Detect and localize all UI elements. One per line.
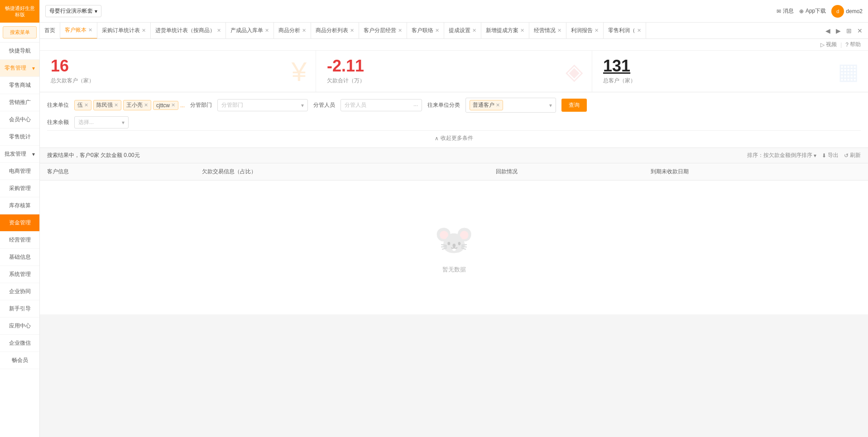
tab-retail-profit[interactable]: 零售利润（ ✕ [604,23,646,39]
company-selector[interactable]: 母婴行业演示帐套 ▾ [45,5,101,17]
tabs-expand-btn[interactable]: ⊞ [844,26,854,35]
tab-profit-report[interactable]: 利润报告 ✕ [566,23,604,39]
filter-tag-cjttcw-close[interactable]: ✕ [171,102,175,108]
header-right: ✉ 消息 ⊕ App下载 d demo2 [777,5,863,18]
sidebar-item-enterprise-wechat[interactable]: 企业微信 [0,335,39,352]
filter-tag-wangxiaoliang: 王小亮 ✕ [123,100,151,110]
results-actions: 排序：按欠款金额倒序排序 ▾ ⬇ 导出 ↺ 刷新 [747,152,861,159]
app-download-btn[interactable]: ⊕ App下载 [799,7,826,15]
tab-purchase-order-close[interactable]: ✕ [142,28,146,33]
tabs-prev-btn[interactable]: ◀ [824,26,832,35]
tab-business-status[interactable]: 经营情况 ✕ [529,23,566,39]
tab-purchase-order[interactable]: 采购订单统计表 ✕ [97,23,151,39]
sidebar-item-ops-mgmt[interactable]: 经营管理 [0,232,39,249]
tab-product-analysis-close[interactable]: ✕ [302,28,306,33]
filter-tag-wu-close[interactable]: ✕ [84,102,88,108]
messages-btn[interactable]: ✉ 消息 [777,7,794,15]
refresh-btn[interactable]: ↺ 刷新 [844,152,861,159]
collapse-arrow-icon: ∧ [435,135,439,142]
results-header: 搜索结果中，客户0家 欠款金额 0.00元 排序：按欠款金额倒序排序 ▾ ⬇ 导… [40,148,868,163]
tab-home[interactable]: 首页 [40,23,60,39]
tab-product-analysis[interactable]: 商品分析 ✕ [274,23,311,39]
sidebar-item-app-center[interactable]: 应用中心 [0,318,39,335]
user-menu[interactable]: d demo2 [831,5,863,18]
sidebar-item-marketing[interactable]: 营销推广 [0,94,39,111]
sort-selector[interactable]: 排序：按欠款金额倒序排序 ▾ [747,152,816,159]
tab-new-promotion-close[interactable]: ✕ [520,28,524,33]
col-repay-status: 回款情况 [489,163,643,180]
download-icon: ⊕ [799,8,804,14]
tab-business-status-close[interactable]: ✕ [557,28,561,33]
tab-promotion-settings[interactable]: 提成设置 ✕ [444,23,481,39]
refresh-icon: ↺ [844,152,849,159]
filter-tag-chenminqiang-close[interactable]: ✕ [114,102,118,108]
stat-total-customers-number: 131 [603,58,630,74]
tab-retail-profit-close[interactable]: ✕ [637,28,641,33]
filter-tag-more[interactable]: ... [180,102,185,109]
filter-tag-ordinary-customer-close[interactable]: ✕ [496,102,500,108]
sidebar-item-wholesale-mgmt[interactable]: 批发管理 ▾ [0,146,39,163]
sidebar-item-enterprise-collab[interactable]: 企业协同 [0,283,39,300]
branch-person-more-icon: ··· [413,102,418,109]
stat-total-customers-label: 总客户（家） [603,77,636,85]
tabs-close-all-btn[interactable]: ✕ [855,26,864,35]
remainder-placeholder: 选择... [78,119,94,126]
branch-dept-select[interactable]: 分管部门 ▾ [217,99,308,111]
filter-area: 往来单位 伍 ✕ 陈民强 ✕ 王小亮 ✕ cjttcw [40,92,868,148]
col-customer-info: 客户信息 [40,163,195,180]
search-menu-button[interactable]: 搜索菜单 [3,26,37,38]
sidebar-item-ecommerce-mgmt[interactable]: 电商管理 [0,163,39,180]
stat-total-customers-icon: ▦ [838,58,859,85]
filter-tag-chenminqiang: 陈民强 ✕ [93,100,121,110]
tabs-bar: 首页 客户账本 ✕ 采购订单统计表 ✕ 进货单统计表（按商品） ✕ 产成品入库单… [40,23,868,39]
filter-tag-wu: 伍 ✕ [74,100,91,110]
video-icon: ▷ [820,42,825,48]
company-name: 母婴行业演示帐套 [49,7,93,15]
tab-customer-balance[interactable]: 客户账本 ✕ [60,23,97,39]
video-help-btn[interactable]: ▷ 视频 [820,41,837,48]
tab-inbound-stats-close[interactable]: ✕ [217,28,221,33]
tab-product-analysis-list[interactable]: 商品分析列表 ✕ [311,23,359,39]
tab-inbound-stats[interactable]: 进货单统计表（按商品） ✕ [151,23,226,39]
tab-promotion-settings-close[interactable]: ✕ [472,28,476,33]
tab-product-inbound[interactable]: 产成品入库单 ✕ [226,23,274,39]
query-button[interactable]: 查询 [561,99,587,112]
sidebar-item-inventory[interactable]: 库存核算 [0,197,39,214]
header-left: 母婴行业演示帐套 ▾ [45,5,101,17]
tab-customer-balance-close[interactable]: ✕ [88,27,92,33]
tab-customer-contact[interactable]: 客户联络 ✕ [407,23,444,39]
help-btn[interactable]: ? 帮助 [845,41,861,48]
sidebar-search-section: 搜索菜单 [0,23,39,43]
filter-row-1: 往来单位 伍 ✕ 陈民强 ✕ 王小亮 ✕ cjttcw [47,98,861,113]
partner-category-select[interactable]: 普通客户 ✕ ▾ [465,98,556,113]
filter-tag-ordinary-customer: 普通客户 ✕ [470,100,503,110]
tab-profit-report-close[interactable]: ✕ [595,28,599,33]
sidebar-item-purchase-mgmt[interactable]: 采购管理 [0,180,39,197]
tab-new-promotion[interactable]: 新增提成方案 ✕ [481,23,529,39]
sidebar-item-quick-nav[interactable]: 快捷导航 [0,43,39,60]
tab-customer-contact-close[interactable]: ✕ [435,28,439,33]
empty-state-label: 暂无数据 [442,266,466,274]
sidebar-item-member-center[interactable]: 会员中心 [0,111,39,128]
remainder-select[interactable]: 选择... ▾ [74,116,129,128]
branch-person-input[interactable]: 分管人员 ··· [340,99,422,111]
sidebar-item-basic-info[interactable]: 基础信息 [0,249,39,266]
tab-customer-tier-close[interactable]: ✕ [398,28,402,33]
export-btn[interactable]: ⬇ 导出 [822,152,839,159]
tab-product-analysis-list-close[interactable]: ✕ [350,28,354,33]
remainder-arrow-icon: ▾ [122,119,125,126]
sort-label: 排序：按欠款金额倒序排序 [747,152,812,159]
sidebar-item-new-user-guide[interactable]: 新手引导 [0,300,39,318]
tabs-next-btn[interactable]: ▶ [834,26,843,35]
sidebar-item-retail-mall[interactable]: 零售商城 [0,77,39,94]
remainder-label: 往来余额 [47,119,69,126]
tab-customer-tier[interactable]: 客户分层经营 ✕ [359,23,407,39]
sidebar-item-retail-mgmt[interactable]: 零售管理 ▾ [0,60,39,77]
tab-product-inbound-close[interactable]: ✕ [265,28,269,33]
collapse-btn[interactable]: ∧ 收起更多条件 [47,130,861,142]
filter-tag-wangxiaoliang-close[interactable]: ✕ [144,102,148,108]
sidebar-item-retail-stats[interactable]: 零售统计 [0,128,39,146]
sidebar-item-vip-member[interactable]: 畅会员 [0,352,39,369]
sidebar-item-system-mgmt[interactable]: 系统管理 [0,266,39,283]
sidebar-item-finance-mgmt[interactable]: 资金管理 [0,214,39,232]
